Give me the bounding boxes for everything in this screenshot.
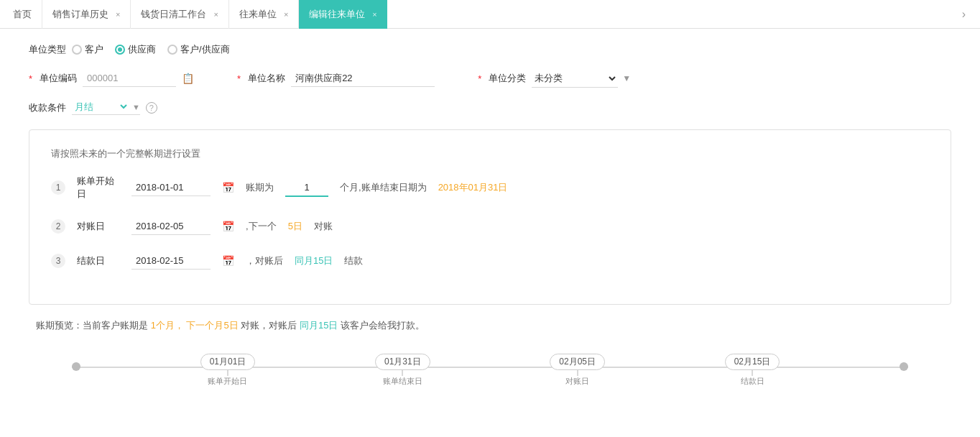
row-suffix-before-2: ,下一个: [246, 220, 277, 233]
row-num-1: 1: [51, 180, 65, 195]
tab-edit-partner[interactable]: 编辑往来单位 ×: [299, 0, 387, 29]
radio-customer-label: 客户: [85, 43, 103, 56]
row-num-2: 2: [51, 219, 65, 234]
preview-prefix: 账期预览：当前客户账期是: [36, 320, 148, 331]
payment-condition-select[interactable]: 月结: [72, 101, 129, 113]
setting-row-1: 1 账单开始日 📅 账期为 个月,账单结束日期为 2018年01月31日: [51, 175, 929, 201]
tab-sales-order-close[interactable]: ×: [116, 10, 120, 19]
row-suffix-before-1: 账期为: [246, 181, 274, 194]
tl-connector-2: [402, 370, 403, 376]
unit-type-row: 单位类型 客户 供应商 客户/供应商: [29, 43, 951, 56]
timeline-line: [72, 367, 908, 368]
settings-title: 请按照未来的一个完整帐期进行设置: [51, 147, 929, 160]
tab-bar: 首页 销售订单历史 × 钱货日清工作台 × 往来单位 × 编辑往来单位 × ›: [0, 0, 980, 29]
timeline-label-2: 账单结束日: [383, 376, 422, 387]
tab-edit-partner-close[interactable]: ×: [372, 10, 376, 19]
timeline-node-2: 01月31日 账单结束日: [375, 354, 430, 387]
tab-partner[interactable]: 往来单位 ×: [229, 0, 299, 29]
tab-cash-work-close[interactable]: ×: [213, 10, 218, 19]
row-highlight-3: 同月15日: [295, 254, 333, 267]
tab-partner-label: 往来单位: [239, 8, 277, 21]
radio-group: 客户 供应商 客户/供应商: [72, 43, 230, 56]
radio-customer[interactable]: 客户: [72, 43, 103, 56]
row-suffix-after-1: 个月,账单结束日期为: [340, 181, 427, 194]
setting-row-3: 3 结款日 📅 ，对账后 同月15日 结款: [51, 252, 929, 270]
copy-icon[interactable]: 📋: [182, 73, 194, 84]
category-select[interactable]: 未分类: [532, 69, 618, 88]
unit-category-label: 单位分类: [489, 72, 526, 85]
tab-chevron-icon[interactable]: ›: [955, 8, 973, 21]
tab-cash-work[interactable]: 钱货日清工作台 ×: [131, 0, 228, 29]
settings-box: 请按照未来的一个完整帐期进行设置 1 账单开始日 📅 账期为 个月,账单结束日期…: [29, 129, 951, 305]
unit-type-label: 单位类型: [29, 43, 66, 56]
unit-code-label: 单位编码: [40, 72, 77, 85]
timeline-label-1: 账单开始日: [208, 376, 247, 387]
tab-cash-work-label: 钱货日清工作台: [141, 8, 206, 21]
preview-text: 账期预览：当前客户账期是 1个月， 下一个月5日 对账，对账后 同月15日 该客…: [29, 319, 951, 332]
cal-icon-3[interactable]: 📅: [222, 255, 234, 267]
row-suffix-after-3: 结款: [344, 254, 363, 267]
timeline-start-dot: [72, 362, 80, 371]
row-date-input-2[interactable]: [131, 218, 211, 235]
row-num-3: 3: [51, 254, 65, 268]
preview-part1: 1个月，: [151, 320, 184, 331]
unit-category-required: *: [478, 73, 481, 84]
unit-type-group: 单位类型 客户 供应商 客户/供应商: [29, 43, 230, 56]
radio-supplier[interactable]: 供应商: [115, 43, 156, 56]
row-label-1: 账单开始日: [77, 175, 120, 201]
tl-connector-4: [752, 370, 753, 376]
row-suffix-before-3: ，对账后: [246, 254, 283, 267]
cal-icon-2[interactable]: 📅: [222, 221, 234, 232]
unit-category-group: * 单位分类 未分类 ▼: [478, 69, 631, 88]
unit-name-group: * 单位名称: [237, 70, 435, 87]
timeline-tag-2: 01月31日: [375, 354, 430, 370]
period-num-input[interactable]: [285, 179, 328, 197]
unit-info-row: * 单位编码 📋 * 单位名称 * 单位分类 未分类 ▼: [29, 69, 951, 88]
row-suffix-after-2: 对账: [314, 220, 333, 233]
timeline-tag-1: 01月01日: [200, 354, 256, 370]
radio-supplier-label: 供应商: [128, 43, 156, 56]
radio-both-label: 客户/供应商: [180, 43, 230, 56]
preview-part2: 下一个月5日: [186, 320, 238, 331]
timeline-section: 01月01日 账单开始日 01月31日 账单结束日 02月05日 对账日: [29, 354, 951, 387]
row-date-input-1[interactable]: [131, 179, 211, 196]
tab-sales-order-label: 销售订单历史: [52, 8, 108, 21]
tl-connector-3: [577, 370, 578, 376]
timeline-node-1: 01月01日 账单开始日: [200, 354, 256, 387]
tab-partner-close[interactable]: ×: [284, 10, 288, 19]
timeline-label-3: 对账日: [565, 376, 589, 387]
radio-both[interactable]: 客户/供应商: [167, 43, 230, 56]
row-highlight-1: 2018年01月31日: [438, 181, 508, 194]
timeline-node-4: 02月15日 结款日: [725, 354, 780, 387]
unit-name-label: 单位名称: [248, 72, 285, 85]
cal-icon-1[interactable]: 📅: [222, 182, 234, 193]
radio-supplier-circle: [115, 45, 125, 55]
setting-row-2: 2 对账日 📅 ,下一个 5日 对账: [51, 218, 929, 235]
unit-code-input[interactable]: [83, 70, 176, 87]
timeline-label-4: 结款日: [741, 376, 764, 387]
payment-condition-row: 收款条件 月结 ▼ ?: [29, 101, 951, 115]
tl-connector-1: [227, 370, 228, 376]
unit-name-input[interactable]: [291, 70, 435, 87]
timeline-tag-4: 02月15日: [725, 354, 780, 370]
tab-edit-partner-label: 编辑往来单位: [309, 8, 365, 21]
tab-home[interactable]: 首页: [7, 0, 42, 29]
main-content: 单位类型 客户 供应商 客户/供应商 * 单位编码: [0, 29, 980, 437]
row-highlight-2: 5日: [288, 220, 302, 233]
tab-home-label: 首页: [13, 8, 32, 21]
preview-suffix: 该客户会给我打款。: [341, 320, 425, 331]
row-label-2: 对账日: [77, 220, 120, 233]
payment-condition-label: 收款条件: [29, 101, 66, 114]
payment-chevron-icon: ▼: [132, 103, 140, 111]
help-icon[interactable]: ?: [146, 102, 157, 114]
row-label-3: 结款日: [77, 254, 120, 267]
category-select-group: 未分类 ▼: [532, 69, 631, 88]
category-chevron-icon: ▼: [622, 73, 631, 83]
tab-sales-order[interactable]: 销售订单历史 ×: [42, 0, 131, 29]
radio-both-circle: [167, 45, 177, 55]
row-date-input-3[interactable]: [131, 252, 211, 270]
timeline-end: [900, 354, 908, 371]
radio-customer-circle: [72, 45, 82, 55]
timeline-node-3: 02月05日 对账日: [550, 354, 605, 387]
payment-dropdown-group: 月结 ▼: [72, 101, 140, 115]
